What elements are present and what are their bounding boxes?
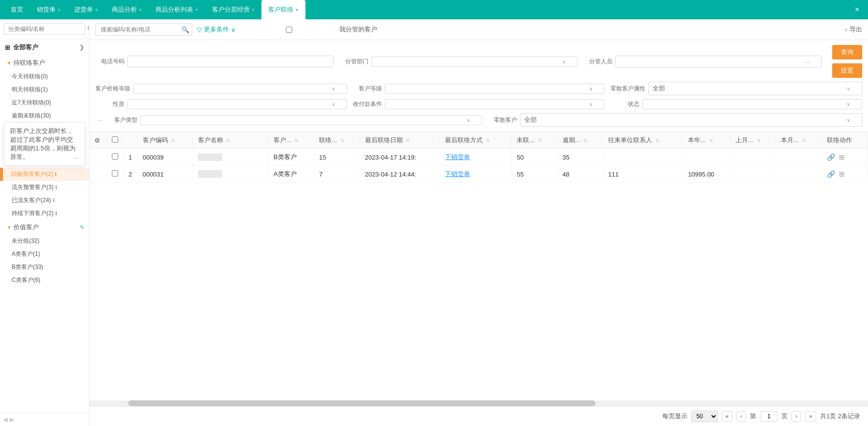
retail-customer-select[interactable]: 全部 ∨ (520, 113, 862, 127)
this-year-col[interactable]: 本年... ⇅ (683, 132, 731, 149)
row1-check[interactable] (112, 153, 118, 160)
phone-input[interactable] (127, 56, 334, 67)
select-all-checkbox[interactable] (112, 136, 118, 143)
nav-customer-contact[interactable]: 客户联络 × (261, 0, 305, 19)
num-col (123, 132, 137, 149)
sidebar-item-loss-warning[interactable]: 流失预警客户(3) ℹ (0, 181, 89, 194)
retail-attr-field: 零散客户属性 全部 ∨ (610, 82, 862, 95)
sidebar-search-input[interactable] (4, 23, 85, 35)
type-col[interactable]: 客户... ⇅ (268, 132, 314, 149)
horizontal-scrollbar[interactable] (90, 400, 868, 406)
nav-purchase[interactable]: 进货单 × (67, 0, 105, 19)
chevron-down-icon: ∨ (467, 118, 470, 123)
export-button[interactable]: ↑ 导出 (845, 25, 863, 34)
dept-select[interactable]: ∨ (371, 57, 578, 67)
row2-action-icons: 🔗 ⊞ (827, 170, 863, 178)
last-contact-way-col[interactable]: 最后联络方式 ⇅ (440, 132, 512, 149)
row2-contact: 7 (314, 166, 360, 183)
row1-last-contact-way[interactable]: 下销货单 (440, 149, 512, 166)
close-icon[interactable]: × (58, 7, 61, 13)
more-conditions-button[interactable]: ▽ 更多条件 ∨ (197, 25, 236, 34)
dept-field: 分管部门 ∨ (339, 57, 578, 67)
sidebar-item-b-class[interactable]: B类客户(33) (0, 261, 89, 274)
customer-level-select[interactable]: ∨ (385, 84, 605, 94)
edit-icon[interactable]: ✎ (80, 224, 84, 231)
query-button[interactable]: 查询 (832, 45, 862, 59)
settings-button[interactable]: 设置 (832, 63, 862, 78)
row2-last-contact-way[interactable]: 下销货单 (440, 166, 512, 183)
nav-sales[interactable]: 销货单 × (30, 0, 67, 19)
last-contact-date-col[interactable]: 最后联络日期 ⇅ (360, 132, 440, 149)
my-customers-checkbox[interactable]: 我分管的客户 (241, 25, 377, 34)
contact-col[interactable]: 联络... ⇅ (314, 132, 360, 149)
status-select[interactable]: ∨ (642, 99, 862, 109)
person-select[interactable]: ··· (615, 56, 822, 68)
price-level-select[interactable]: ∨ (133, 84, 347, 94)
name-col[interactable]: 客户名称 ⇅ (193, 132, 268, 149)
chevron-down-icon: ∨ (332, 86, 335, 91)
scroll-thumb[interactable] (128, 400, 595, 406)
tooltip-close[interactable]: ... (74, 153, 79, 160)
page-size-select[interactable]: 50 20 100 (691, 411, 718, 422)
settings-col[interactable]: ⚙ (90, 132, 107, 149)
sidebar-item-lost[interactable]: 已流失客户(24) ℹ (0, 194, 89, 207)
window-close-button[interactable]: × (850, 5, 864, 14)
nav-product-analysis[interactable]: 商品分析 × (105, 0, 149, 19)
first-page-button[interactable]: « (722, 411, 733, 422)
more-filters-dots[interactable]: ··· (97, 117, 103, 124)
nav-product-list[interactable]: 商品分析列表 × (149, 0, 205, 19)
payment-select[interactable]: ∨ (385, 99, 605, 109)
row2-check[interactable] (112, 170, 118, 176)
sidebar-group-pending[interactable]: ▼ 待联络客户 (0, 56, 89, 70)
row2-grid-icon[interactable]: ⊞ (839, 170, 845, 178)
search-input[interactable] (95, 23, 192, 36)
sidebar-group-value[interactable]: ▼ 价值客户 ✎ (0, 220, 89, 235)
sidebar-item-ungroup[interactable]: 未分组(32) (0, 235, 89, 248)
code-col[interactable]: 客户编码 ⇅ (137, 132, 193, 149)
sidebar-item-declining[interactable]: 持续下滑客户(2) ℹ (0, 207, 89, 220)
nav-home[interactable]: 首页 (4, 0, 30, 19)
close-icon[interactable]: × (195, 7, 198, 13)
sidebar-item-7days[interactable]: 近7天待联络(0) (0, 96, 89, 109)
row1-link-icon[interactable]: 🔗 (827, 153, 835, 161)
this-month-col[interactable]: 本月... ⇅ (776, 132, 822, 149)
overdue-col[interactable]: 逾期... ⇅ (557, 132, 603, 149)
row2-overdue: 48 (557, 166, 603, 183)
row1-grid-icon[interactable]: ⊞ (839, 153, 845, 161)
row2-contact-person: 111 (603, 166, 683, 183)
page-number-input[interactable] (760, 411, 777, 422)
payment-field: 收付款条件 ∨ (353, 99, 605, 109)
search-button[interactable]: 🔍 (182, 26, 189, 33)
nav-customer-tier[interactable]: 客户分层经营 × (205, 0, 261, 19)
row2-last-month (731, 166, 776, 183)
row2-settings (90, 166, 107, 183)
sidebar-all-customers[interactable]: ⊞ 全部客户 ❯ (0, 39, 89, 56)
sidebar-item-tomorrow[interactable]: 明天待联络(1) (0, 83, 89, 96)
sidebar-item-overdue[interactable]: 逾期未联络(30) (0, 109, 89, 122)
prev-page-button[interactable]: ‹ (736, 411, 746, 422)
status-field: 状态 ∨ (610, 99, 862, 109)
sidebar-item-c-class[interactable]: C类客户(6) (0, 274, 89, 287)
sidebar-scroll-right[interactable]: ▶ (10, 416, 15, 423)
sidebar-item-today[interactable]: 今天待联络(0) (0, 70, 89, 83)
more-icon[interactable]: ··· (804, 58, 809, 65)
next-page-button[interactable]: › (792, 411, 801, 422)
sidebar-item-repurchase-anomaly[interactable]: 回购异常客户(2) ℹ (0, 168, 89, 181)
arrow-down-icon: ▼ (7, 60, 12, 66)
sidebar-scroll-left[interactable]: ◀ (3, 416, 8, 423)
close-icon[interactable]: × (95, 7, 98, 13)
customer-type-select[interactable]: ∨ (140, 115, 483, 125)
retail-attr-select[interactable]: 全部 ∨ (648, 82, 862, 95)
last-month-col[interactable]: 上月... ⇅ (731, 132, 776, 149)
chevron-down-icon: ∨ (231, 26, 236, 33)
my-customers-check[interactable] (241, 27, 337, 33)
close-icon[interactable]: × (139, 7, 142, 13)
last-page-button[interactable]: » (805, 411, 816, 422)
close-icon[interactable]: × (252, 7, 255, 13)
unread-col[interactable]: 未联... ⇅ (512, 132, 557, 149)
nature-select[interactable]: ∨ (127, 99, 347, 109)
close-icon[interactable]: × (295, 7, 298, 13)
contact-person-col[interactable]: 往来单位联系人 ⇅ (603, 132, 683, 149)
row2-link-icon[interactable]: 🔗 (827, 170, 835, 178)
sidebar-item-a-class[interactable]: A类客户(1) (0, 248, 89, 261)
